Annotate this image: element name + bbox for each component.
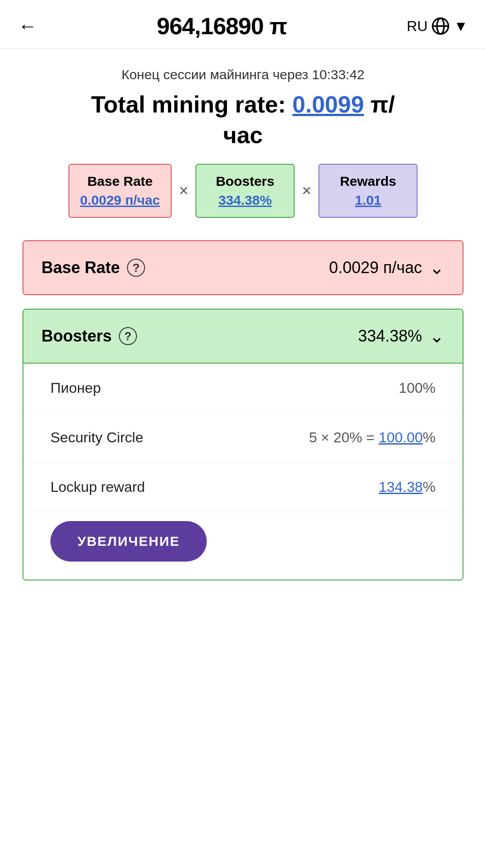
base-rate-section-value: 0.0029 п/час: [329, 258, 422, 277]
increase-button[interactable]: УВЕЛИЧЕНИЕ: [50, 521, 207, 562]
chevron-down-icon: ▼: [454, 18, 468, 35]
base-rate-section: Base Rate ? 0.0029 п/час ⌄: [23, 240, 463, 295]
increase-button-wrap: УВЕЛИЧЕНИЕ: [23, 512, 463, 580]
rewards-value: 1.01: [330, 193, 406, 208]
base-rate-box[interactable]: Base Rate 0.0029 п/час: [68, 164, 172, 218]
language-code: RU: [407, 18, 427, 35]
booster-row-pioneer: Пионер 100%: [23, 364, 463, 413]
lockup-value: 134.38%: [379, 479, 436, 495]
pioneer-label: Пионер: [50, 380, 101, 396]
security-circle-link[interactable]: 100.00: [379, 429, 423, 445]
boosters-section-header[interactable]: Boosters ? 334.38% ⌄: [23, 310, 463, 363]
balance-display: 964,16890 π: [157, 13, 287, 40]
base-rate-section-label: Base Rate: [41, 258, 120, 277]
rewards-box[interactable]: Rewards 1.01: [318, 164, 418, 218]
boosters-section: Boosters ? 334.38% ⌄ Пионер 100% Securit…: [23, 309, 463, 580]
boosters-section-value: 334.38%: [358, 327, 422, 346]
boosters-chevron-icon: ⌄: [429, 326, 445, 346]
boosters-box[interactable]: Boosters 334.38%: [195, 164, 295, 218]
rate-unit: час: [223, 122, 263, 148]
base-rate-chevron-icon: ⌄: [429, 257, 445, 278]
base-rate-section-header[interactable]: Base Rate ? 0.0029 п/час ⌄: [23, 241, 463, 294]
pi-symbol: π: [269, 13, 287, 39]
booster-row-lockup: Lockup reward 134.38%: [23, 463, 463, 512]
rate-pi: π/: [371, 91, 395, 117]
boosters-header-right: 334.38% ⌄: [358, 326, 445, 346]
mining-rate-title: Total mining rate: 0.0099 π/час: [23, 90, 463, 150]
lockup-link[interactable]: 134.38: [379, 479, 423, 495]
session-info: Конец сессии майнинга через 10:33:42: [23, 67, 463, 82]
boosters-value: 334.38%: [207, 193, 283, 208]
boosters-label: Boosters: [207, 174, 283, 189]
boosters-section-body: Пионер 100% Security Circle 5 × 20% = 10…: [23, 363, 463, 580]
lockup-label: Lockup reward: [50, 479, 145, 495]
base-rate-value: 0.0029 п/час: [80, 193, 160, 208]
boosters-help-icon[interactable]: ?: [119, 327, 137, 345]
main-content: Конец сессии майнинга через 10:33:42 Tot…: [0, 49, 486, 621]
multiply-sign-1: ×: [179, 181, 188, 200]
language-selector[interactable]: RU ▼: [407, 17, 468, 36]
base-rate-help-icon[interactable]: ?: [127, 259, 145, 277]
rate-boxes-row: Base Rate 0.0029 п/час × Boosters 334.38…: [23, 164, 463, 218]
base-rate-header-right: 0.0029 п/час ⌄: [329, 257, 445, 278]
balance-value: 964,16890: [157, 13, 263, 39]
rate-prefix: Total mining rate:: [91, 91, 292, 117]
rewards-label: Rewards: [330, 174, 406, 189]
multiply-sign-2: ×: [302, 181, 311, 200]
booster-row-security-circle: Security Circle 5 × 20% = 100.00%: [23, 413, 463, 463]
app-header: ← 964,16890 π RU ▼: [0, 0, 486, 49]
globe-icon: [431, 17, 450, 36]
back-button[interactable]: ←: [18, 17, 37, 36]
base-rate-header-left: Base Rate ?: [41, 258, 145, 277]
boosters-section-label: Boosters: [41, 327, 112, 346]
security-circle-value: 5 × 20% = 100.00%: [309, 429, 436, 446]
boosters-header-left: Boosters ?: [41, 327, 137, 346]
session-timer: Конец сессии майнинга через 10:33:42: [23, 67, 463, 82]
rate-value-link[interactable]: 0.0099: [292, 91, 364, 117]
security-circle-label: Security Circle: [50, 429, 143, 446]
base-rate-label: Base Rate: [80, 174, 160, 189]
pioneer-value: 100%: [399, 380, 436, 396]
